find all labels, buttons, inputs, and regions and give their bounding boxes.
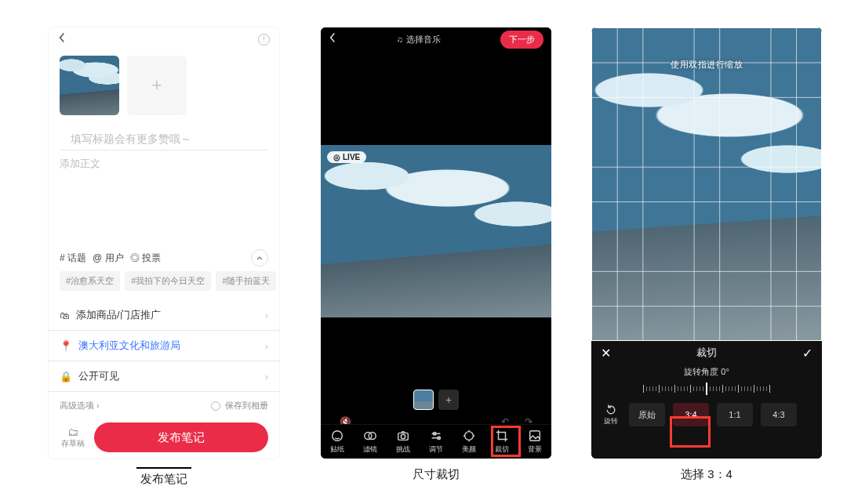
add-media-button[interactable]: +: [438, 390, 459, 410]
row-label: 添加商品/门店推广: [76, 308, 161, 322]
body-input[interactable]: 添加正文: [49, 150, 279, 177]
location-icon: 📍: [60, 340, 72, 352]
tool-adjust[interactable]: 调节: [422, 429, 450, 455]
rotation-readout: 旋转角度 0°: [591, 366, 822, 378]
svg-point-4: [401, 434, 405, 438]
ratio-original[interactable]: 原始: [629, 403, 665, 426]
row-visibility[interactable]: 🔒 公开可见 ›: [49, 361, 279, 392]
media-selector: +: [321, 390, 551, 410]
pinch-hint: 使用双指进行缩放: [591, 59, 822, 71]
crop-frame[interactable]: [591, 27, 822, 341]
rotate-button[interactable]: 旋转: [601, 404, 621, 426]
crop-panel: ✕ 裁切 ✓ 旋转角度 0° 旋转 原始 3:4 1:1 4:3: [591, 341, 822, 459]
row-label: 澳大利亚文化和旅游局: [78, 339, 180, 353]
confirm-icon[interactable]: ✓: [802, 346, 812, 361]
sticker-icon: [330, 429, 344, 443]
live-badge: LIVE: [327, 151, 366, 163]
topbar: !: [49, 27, 279, 51]
advanced-options[interactable]: 高级选项 ›: [60, 400, 100, 412]
ratio-4-3[interactable]: 4:3: [761, 403, 797, 426]
camera-icon: [396, 429, 410, 443]
crop-canvas[interactable]: 使用双指进行缩放: [591, 27, 822, 341]
topbar: ♫选择音乐 下一步: [321, 27, 551, 51]
edit-media-screen: ♫选择音乐 下一步 LIVE + 🔇 ↶ ↷ 贴纸 滤镜 挑战 调节 美颜 裁切…: [321, 27, 551, 459]
media-preview[interactable]: LIVE: [321, 145, 551, 317]
svg-point-2: [369, 433, 376, 440]
topic-chip[interactable]: #随手拍蓝天: [216, 271, 276, 291]
rotation-slider[interactable]: [591, 379, 822, 398]
tool-beauty[interactable]: 美颜: [455, 429, 483, 455]
edit-toolbar: 贴纸 滤镜 挑战 调节 美颜 裁切 背景: [321, 424, 551, 459]
back-icon[interactable]: [329, 32, 336, 46]
media-thumb[interactable]: [60, 56, 119, 115]
next-button[interactable]: 下一步: [500, 31, 543, 49]
media-thumb[interactable]: [413, 390, 434, 410]
caption-1: 发布笔记: [49, 467, 279, 487]
background-icon: [528, 429, 542, 443]
save-to-album-toggle[interactable]: 保存到相册: [211, 400, 268, 412]
save-draft-button[interactable]: 🗂 存草稿: [60, 426, 86, 449]
insert-user[interactable]: @ 用户: [93, 252, 124, 265]
insert-vote[interactable]: ◎ 投票: [130, 252, 161, 265]
filter-icon: [363, 429, 377, 443]
media-thumbs: +: [49, 56, 279, 115]
draft-icon: 🗂: [60, 426, 86, 438]
tool-filter[interactable]: 滤镜: [356, 429, 384, 455]
close-icon[interactable]: ✕: [601, 346, 611, 361]
publish-bar: 🗂 存草稿 发布笔记: [49, 422, 279, 452]
aspect-ratio-row: 旋转 原始 3:4 1:1 4:3: [591, 403, 822, 426]
ratio-1-1[interactable]: 1:1: [717, 403, 753, 426]
sliders-icon: [429, 429, 443, 443]
publish-button[interactable]: 发布笔记: [94, 422, 268, 452]
panel-title: 裁切: [696, 346, 717, 360]
tool-sticker[interactable]: 贴纸: [323, 429, 351, 455]
publish-note-screen: ! + 填写标题会有更多赞哦～ 添加正文 # 话题 @ 用户 ◎ 投票 #治愈系…: [49, 27, 279, 459]
row-label: 公开可见: [78, 369, 119, 383]
caption-2: 尺寸裁切: [321, 467, 551, 482]
chevron-right-icon: ›: [265, 340, 268, 352]
advanced-row: 高级选项 › 保存到相册: [49, 392, 279, 419]
tool-challenge[interactable]: 挑战: [389, 429, 417, 455]
insert-topic[interactable]: # 话题: [60, 252, 86, 265]
chevron-right-icon: ›: [265, 371, 268, 383]
topic-chip[interactable]: #治愈系天空: [60, 271, 120, 291]
info-icon[interactable]: !: [258, 34, 270, 45]
svg-point-7: [465, 432, 474, 441]
caption-3: 选择 3：4: [591, 467, 822, 482]
choose-music-button[interactable]: ♫选择音乐: [341, 34, 496, 45]
title-input[interactable]: 填写标题会有更多赞哦～: [60, 123, 268, 150]
row-location[interactable]: 📍 澳大利亚文化和旅游局 ›: [49, 331, 279, 361]
tool-bg[interactable]: 背景: [521, 429, 549, 455]
back-icon[interactable]: [58, 32, 66, 46]
chevron-up-icon[interactable]: [251, 249, 268, 267]
sparkle-icon: [462, 429, 476, 443]
highlight-box: [670, 416, 711, 448]
row-goods[interactable]: 🛍 添加商品/门店推广 ›: [49, 300, 279, 331]
lock-icon: 🔒: [60, 371, 72, 383]
chevron-right-icon: ›: [265, 310, 268, 321]
suggested-topics: #治愈系天空 #我拍下的今日天空 #随手拍蓝天 #蓝天: [49, 271, 279, 291]
crop-screen: 使用双指进行缩放 ✕ 裁切 ✓ 旋转角度 0° 旋转 原始 3:4 1: [591, 27, 822, 459]
highlight-box: [491, 426, 521, 457]
add-media-button[interactable]: +: [127, 56, 187, 115]
insert-options: # 话题 @ 用户 ◎ 投票: [49, 245, 279, 271]
topic-chip[interactable]: #我拍下的今日天空: [125, 271, 211, 291]
svg-rect-8: [530, 431, 540, 441]
music-icon: ♫: [396, 34, 402, 44]
bag-icon: 🛍: [60, 310, 70, 321]
